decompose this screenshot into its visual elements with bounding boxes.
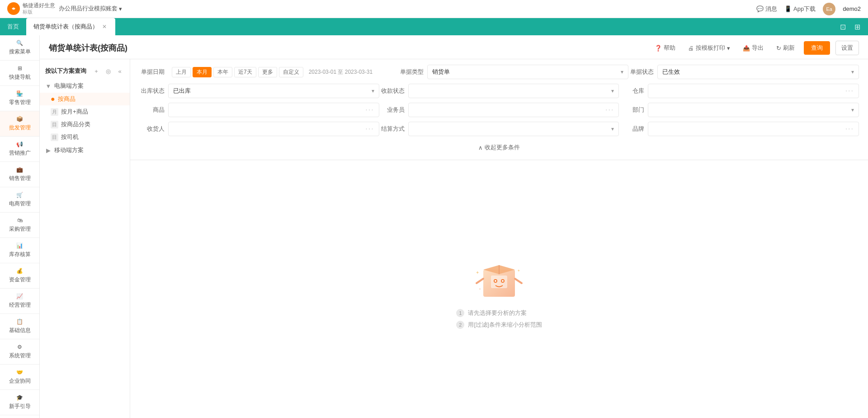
tab-stats[interactable]: 销货单统计表（按商品） ✕ [26, 18, 115, 35]
staff-control[interactable]: ··· [408, 103, 619, 117]
tab-stats-label: 销货单统计表（按商品） [33, 23, 98, 31]
add-scheme-btn[interactable]: + [92, 66, 101, 76]
export-btn[interactable]: 📤 导出 [739, 42, 767, 54]
sidebar-item-quick-nav[interactable]: ⊞ 快捷导航 [0, 61, 39, 86]
warehouse-control[interactable]: 已出库 ▾ [168, 84, 379, 98]
query-label: 查询 [811, 44, 823, 52]
dept-control[interactable]: ▾ [648, 103, 859, 117]
page-actions: ❓ 帮助 🖨 按模板打印 ▾ 📤 导出 ↻ 刷新 [651, 41, 859, 55]
svg-point-7 [495, 280, 496, 282]
type-dropdown-icon: ▾ [621, 69, 623, 75]
inventory-icon: 📊 [16, 242, 23, 249]
sidebar-item-operations[interactable]: 📈 经营管理 [0, 289, 39, 314]
query-btn[interactable]: 查询 [804, 41, 830, 55]
settings-btn[interactable]: 设置 [835, 41, 859, 55]
sidebar-item-appstore[interactable]: 🔲 应用中心 [0, 415, 39, 418]
date-pill-custom[interactable]: 自定义 [279, 67, 303, 77]
status-control[interactable]: 已生效 ▾ [657, 65, 859, 79]
svg-text:✦: ✦ [517, 269, 520, 273]
receiver-dots: ··· [365, 125, 374, 133]
dropdown-arrow-icon: ▾ [119, 5, 122, 12]
help-icon: ❓ [655, 45, 662, 52]
receiver-control[interactable]: ··· [168, 122, 379, 136]
tree-item-by-month-product[interactable]: 月 按月+商品 [40, 105, 130, 118]
last-month-label: 上月 [176, 69, 187, 75]
sidebar-item-label-system: 系统管理 [9, 352, 31, 360]
this-month-label: 本月 [197, 69, 208, 75]
retail-icon: 🏪 [16, 90, 23, 97]
status-value: 已生效 [662, 68, 851, 76]
marketing-icon: 📢 [16, 141, 23, 147]
maximize-icon[interactable]: ⊞ [852, 21, 863, 32]
svg-line-9 [476, 279, 483, 283]
sidebar-item-label-retail: 零售管理 [9, 99, 31, 106]
filter-row-1: 单据日期 上月 本月 本年 [139, 65, 859, 79]
collapse-row[interactable]: ∧ 收起更多条件 [139, 141, 859, 154]
this-year-label: 本年 [217, 69, 228, 75]
brand-control[interactable]: ··· [648, 122, 859, 136]
month-icon: 月 [51, 108, 58, 116]
sidebar-item-inventory[interactable]: 📊 库存核算 [0, 238, 39, 263]
tree-item-by-category[interactable]: 目 按商品分类 [40, 118, 130, 131]
tree-item-by-product[interactable]: ● 按商品 [40, 93, 130, 105]
ecommerce-icon: 🛒 [16, 192, 23, 198]
tab-close-icon[interactable]: ✕ [101, 23, 108, 30]
warehouse-label: 出库状态 [139, 87, 168, 95]
tab-bar-right: ⊡ ⊞ [837, 21, 868, 32]
app-download-btn[interactable]: 📱 App下载 [784, 5, 816, 13]
tab-home[interactable]: 首页 [0, 18, 26, 35]
left-panel: 按以下方案查询 + ◎ « ▼ 电脑端方案 ● 按商品 [40, 59, 130, 418]
date-pill-last-month[interactable]: 上月 [172, 67, 191, 77]
sidebar-item-sales[interactable]: 💼 销售管理 [0, 162, 39, 187]
sidebar-item-wholesale[interactable]: 📦 批发管理 [0, 111, 39, 137]
date-pill-more[interactable]: 更多 [258, 67, 277, 77]
sidebar-item-search[interactable]: 🔍 搜索菜单 [0, 35, 39, 61]
refresh-icon: ↻ [776, 45, 781, 52]
tree-section-desktop[interactable]: ▼ 电脑端方案 [40, 79, 130, 93]
sidebar-item-ecommerce[interactable]: 🛒 电商管理 [0, 187, 39, 213]
message-icon: 💬 [756, 5, 764, 12]
sidebar-item-system[interactable]: ⚙ 系统管理 [0, 339, 39, 365]
storage-control[interactable]: ··· [648, 84, 859, 98]
collapse-icon: ∧ [478, 144, 483, 151]
date-pill-7days[interactable]: 近7天 [234, 67, 256, 77]
sidebar-item-guide[interactable]: 🎓 新手引导 [0, 390, 39, 415]
storage-dots: ··· [845, 87, 854, 95]
tree-section-mobile[interactable]: ▶ 移动端方案 [40, 143, 130, 157]
message-btn[interactable]: 💬 消息 [756, 5, 777, 13]
sidebar-item-marketing[interactable]: 📢 营销推广 [0, 137, 39, 162]
settings-scheme-btn[interactable]: ◎ [104, 66, 113, 76]
collapse-panel-btn[interactable]: « [115, 66, 124, 76]
refresh-btn[interactable]: ↻ 刷新 [773, 42, 798, 54]
by-category-label: 按商品分类 [61, 120, 90, 128]
date-pill-this-year[interactable]: 本年 [213, 67, 232, 77]
tab-home-label: 首页 [7, 23, 19, 31]
help-label: 帮助 [664, 44, 675, 52]
payment-method-control[interactable]: ▾ [408, 122, 619, 136]
more-label: 更多 [262, 69, 273, 75]
sidebar-item-retail[interactable]: 🏪 零售管理 [0, 86, 39, 111]
sidebar-item-basic[interactable]: 📋 基础信息 [0, 314, 39, 339]
type-label: 单据类型 [398, 68, 427, 76]
type-control[interactable]: 销货单 ▾ [427, 65, 629, 79]
filter-row-3: 商品 ··· 业务员 ··· 部门 ▾ [139, 103, 859, 117]
restore-icon[interactable]: ⊡ [837, 21, 848, 32]
right-content: 单据日期 上月 本月 本年 [130, 59, 868, 418]
payment-control[interactable]: ▾ [408, 84, 619, 98]
date-pill-this-month[interactable]: 本月 [193, 67, 212, 77]
expand-icon: ▼ [45, 83, 52, 89]
system-title-dropdown[interactable]: 办公用品行业模拟账套 ▾ [59, 5, 122, 13]
help-btn[interactable]: ❓ 帮助 [651, 42, 679, 54]
tree-item-by-printer[interactable]: 目 按司机 [40, 131, 130, 143]
sidebar-item-finance[interactable]: 💰 资金管理 [0, 263, 39, 289]
sidebar-item-purchase[interactable]: 🛍 采购管理 [0, 213, 39, 238]
hint-2-num: 2 [456, 321, 464, 329]
search-icon: 🔍 [16, 40, 23, 46]
svg-line-10 [515, 279, 522, 283]
print-btn[interactable]: 🖨 按模板打印 ▾ [684, 42, 734, 54]
print-label: 按模板打印 [696, 44, 725, 52]
user-name[interactable]: demo2 [843, 5, 861, 12]
product-control[interactable]: ··· [168, 103, 379, 117]
sidebar-item-enterprise[interactable]: 🤝 企业协同 [0, 365, 39, 390]
body-area: 按以下方案查询 + ◎ « ▼ 电脑端方案 ● 按商品 [40, 59, 868, 418]
